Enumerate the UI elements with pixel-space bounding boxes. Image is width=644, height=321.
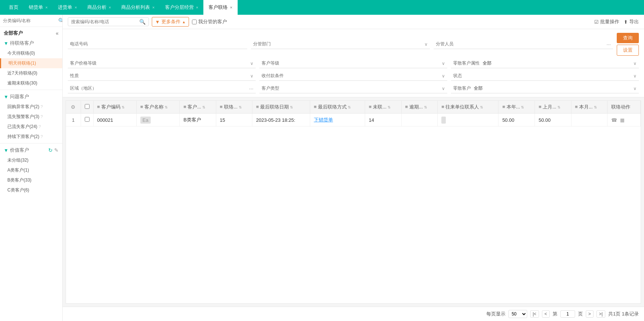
filter-retail-attr-value[interactable]: 全部 — [483, 60, 632, 66]
person-dots-icon[interactable]: ··· — [606, 41, 611, 47]
nature-arrow-icon: ∨ — [250, 73, 253, 79]
close-customer-tier-icon[interactable]: × — [196, 5, 198, 10]
th-this-year[interactable]: ≡ 本年... ⇅ — [498, 101, 535, 114]
sidebar-group-problem[interactable]: ▼ 问题客户 — [0, 92, 62, 102]
sidebar-group-pending[interactable]: ▼ 待联络客户 — [0, 38, 62, 48]
sidebar-item-overdue-contact[interactable]: 逾期未联络(30) — [0, 78, 62, 88]
close-purchase-icon[interactable]: × — [74, 5, 77, 10]
td-checkbox[interactable] — [81, 114, 93, 127]
sort-uncontacted[interactable]: ≡ 未联... ⇅ — [369, 104, 398, 110]
nav-customer-contact[interactable]: 客户联络 × — [203, 0, 237, 15]
batch-op-btn[interactable]: ☑ 批量操作 — [594, 18, 619, 25]
th-last-date[interactable]: ≡ 最后联络日期 ⇅ — [252, 101, 310, 114]
sort-last-month[interactable]: ≡ 上月... ⇅ — [539, 104, 567, 110]
sidebar-item-tomorrow[interactable]: 明天待联络(1) — [0, 58, 62, 68]
sidebar-item-class-a[interactable]: A类客户(1) — [0, 165, 62, 175]
th-last-method[interactable]: ≡ 最后联络方式 ⇅ — [310, 101, 365, 114]
refresh-icon[interactable]: ↻ — [48, 147, 53, 153]
pagination: 每页显示 50 10 20 100 |< < 第 页 > >| 共1页 1条记录 — [63, 307, 644, 321]
nav-home[interactable]: 首页 — [4, 0, 24, 15]
sort-contact[interactable]: ≡ 联络... ⇅ — [220, 104, 249, 110]
sidebar-all-customers[interactable]: 全部客户 « — [0, 27, 62, 38]
th-checkbox[interactable] — [81, 101, 93, 114]
th-gear[interactable]: ⚙ — [66, 101, 81, 114]
sidebar-collapse-icon[interactable]: « — [56, 30, 59, 36]
region-dots-icon[interactable]: ··· — [249, 86, 253, 92]
close-analysis-icon[interactable]: × — [109, 5, 111, 10]
th-overdue[interactable]: ≡ 逾期... ⇅ — [401, 101, 438, 114]
customer-type-arrow-icon: ∨ — [442, 86, 445, 91]
edit-value-icon[interactable]: ✎ — [54, 147, 59, 153]
td-this-year: 50.00 — [498, 114, 535, 127]
page-number-input[interactable] — [560, 310, 575, 318]
close-sales-icon[interactable]: × — [45, 5, 48, 10]
sidebar-group-value[interactable]: ▼ 价值客户 ↻ ✎ — [0, 145, 62, 155]
sort-company-contact[interactable]: ≡ 往来单位联系人 ⇅ — [441, 104, 494, 110]
sidebar-search-area: 🔍 — [0, 15, 62, 27]
sort-code[interactable]: ≡ 客户编码 ⇅ — [97, 104, 133, 110]
row-checkbox[interactable] — [85, 117, 90, 122]
th-this-month[interactable]: ≡ 本月... ⇅ — [571, 101, 608, 114]
td-this-month — [571, 114, 608, 127]
filter-person-label: 分管人员 — [436, 41, 454, 47]
sidebar-item-unclassified[interactable]: 未分组(32) — [0, 155, 62, 165]
nav-sales[interactable]: 销货单 × — [24, 0, 53, 15]
nav-analysis-table[interactable]: 商品分析列表 × — [116, 0, 160, 15]
toolbar-search-icon[interactable]: 🔍 — [139, 19, 146, 25]
prev-page-btn[interactable]: < — [542, 310, 550, 318]
filter-person: 分管人员 ··· — [434, 39, 613, 49]
sort-overdue[interactable]: ≡ 逾期... ⇅ — [405, 104, 434, 110]
my-customers-checkbox[interactable] — [192, 20, 197, 24]
export-btn[interactable]: ⬆ 导出 — [624, 18, 639, 25]
sidebar-item-declining[interactable]: 持续下滑客户(2) ? — [0, 132, 62, 142]
sidebar-item-lost-risk[interactable]: 流失预警客户(3) ? — [0, 112, 62, 122]
sort-this-year[interactable]: ≡ 本年... ⇅ — [502, 104, 531, 110]
th-uncontacted[interactable]: ≡ 未联... ⇅ — [365, 101, 402, 114]
sidebar-item-class-c[interactable]: C类客户(6) — [0, 185, 62, 195]
more-filter-btn[interactable]: ▼ 更多条件 ▲ — [152, 17, 189, 27]
sidebar-item-week7[interactable]: 近7天待联络(0) — [0, 68, 62, 78]
filter-dept: 分管部门 ∨ — [251, 39, 430, 49]
sort-last-method[interactable]: ≡ 最后联络方式 ⇅ — [314, 104, 361, 110]
action-qr-icon[interactable]: ▦ — [620, 117, 624, 123]
next-page-btn[interactable]: > — [586, 310, 594, 318]
sidebar-item-repurchase-abnormal[interactable]: 回购异常客户(2) ? — [0, 102, 62, 112]
th-action: 联络动作 — [608, 101, 641, 114]
th-type[interactable]: ≡ 客户... ⇅ — [179, 101, 216, 114]
set-btn[interactable]: 设置 — [617, 45, 639, 56]
first-page-btn[interactable]: |< — [530, 310, 539, 318]
action-phone-icon[interactable]: ☎ — [611, 117, 617, 123]
per-page-select[interactable]: 50 10 20 100 — [508, 310, 527, 318]
sidebar-item-class-b[interactable]: B类客户(33) — [0, 175, 62, 185]
sort-last-month-icon: ⇅ — [557, 105, 560, 109]
last-method-link[interactable]: 下销货单 — [314, 117, 333, 122]
sidebar-item-today[interactable]: 今天待联络(0) — [0, 48, 62, 58]
sidebar-item-lost[interactable]: 已流失客户(24) ? — [0, 122, 62, 132]
select-all-checkbox[interactable] — [85, 104, 90, 109]
th-name[interactable]: ≡ 客户名称 ⇅ — [136, 101, 179, 114]
nav-analysis[interactable]: 商品分析 × — [82, 0, 116, 15]
td-last-method[interactable]: 下销货单 — [310, 114, 365, 127]
sidebar-search-input[interactable] — [3, 18, 58, 23]
th-company-contact[interactable]: ≡ 往来单位联系人 ⇅ — [438, 101, 498, 114]
last-page-btn[interactable]: >| — [596, 310, 605, 318]
td-uncontacted: 14 — [365, 114, 402, 127]
sidebar-search-icon[interactable]: 🔍 — [58, 18, 63, 24]
td-name: Ea — [136, 114, 179, 127]
nav-purchase[interactable]: 进货单 × — [53, 0, 82, 15]
sort-name[interactable]: ≡ 客户名称 ⇅ — [140, 104, 176, 110]
my-customers-checkbox-label[interactable]: 我分管的客户 — [192, 18, 227, 25]
sort-type[interactable]: ≡ 客户... ⇅ — [183, 104, 212, 110]
sort-this-month[interactable]: ≡ 本月... ⇅ — [575, 104, 604, 110]
toolbar-search-input[interactable] — [71, 19, 139, 24]
filter-retail-customer-value[interactable]: 全部 — [474, 85, 632, 92]
gear-settings-icon[interactable]: ⚙ — [71, 104, 76, 110]
th-code[interactable]: ≡ 客户编码 ⇅ — [93, 101, 136, 114]
close-customer-contact-icon[interactable]: × — [230, 5, 232, 10]
th-contact[interactable]: ≡ 联络... ⇅ — [216, 101, 252, 114]
query-btn[interactable]: 查询 — [617, 33, 639, 43]
nav-customer-tier[interactable]: 客户分层经营 × — [160, 0, 203, 15]
sort-last-date[interactable]: ≡ 最后联络日期 ⇅ — [256, 104, 306, 110]
th-last-month[interactable]: ≡ 上月... ⇅ — [535, 101, 571, 114]
close-analysis-table-icon[interactable]: × — [152, 5, 154, 10]
